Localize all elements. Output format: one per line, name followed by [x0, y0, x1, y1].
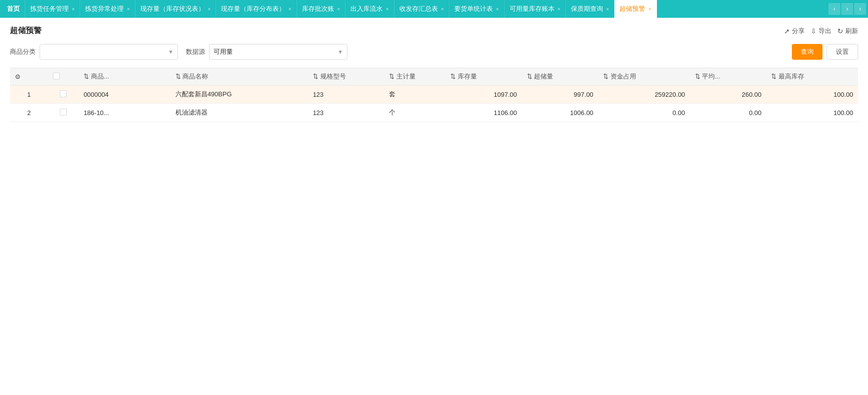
row-spec: 123 [308, 104, 385, 122]
tab-close-icon[interactable]: × [648, 6, 651, 12]
nav-tab-2[interactable]: 拣货异常处理 × [80, 0, 135, 18]
chevron-down-icon: ▼ [338, 49, 343, 55]
col-label: 超储量 [534, 73, 553, 80]
col-header-unit[interactable]: ⇅ 主计量 [384, 68, 445, 85]
export-icon: ⇩ [811, 27, 817, 35]
row-checkbox[interactable] [60, 90, 67, 97]
row-max-stock: 100.00 [766, 104, 858, 122]
nav-tab-1[interactable]: 拣货任务管理 × [25, 0, 80, 18]
col-label: 平均... [702, 73, 720, 80]
table-row: 2 186-10... 机油滤清器 123 个 1106.00 1006.00 … [10, 104, 858, 122]
col-label: 主计量 [396, 73, 416, 80]
sort-icon: ⇅ [450, 73, 456, 80]
home-label: 首页 [7, 4, 20, 13]
col-header-checkbox[interactable] [48, 68, 79, 85]
col-header-over-storage[interactable]: ⇅ 超储量 [522, 68, 599, 85]
nav-tab-7[interactable]: 收发存汇总表 × [394, 0, 449, 18]
row-unit: 套 [384, 85, 445, 104]
nav-tab-10[interactable]: 保质期查询 × [566, 0, 614, 18]
nav-tab-11[interactable]: 超储预警 × [614, 0, 656, 18]
nav-prev-button[interactable]: ‹ [828, 3, 840, 15]
tab-label: 保质期查询 [571, 4, 603, 13]
gear-icon[interactable]: ⚙ [15, 73, 21, 80]
tab-close-icon[interactable]: × [208, 6, 211, 12]
nav-next-button[interactable]: › [841, 3, 853, 15]
tab-label: 库存批次账 [302, 4, 334, 13]
top-navigation: 首页 拣货任务管理 × 拣货异常处理 × 现存量（库存状况表） × 现存量（库存… [0, 0, 868, 18]
row-checkbox-cell [48, 85, 79, 104]
nav-tab-4[interactable]: 现存量（库存分布表） × [216, 0, 297, 18]
row-product-code: 186-10... [79, 104, 171, 122]
tab-close-icon[interactable]: × [386, 6, 389, 12]
row-spec: 123 [308, 85, 385, 104]
query-button[interactable]: 查询 [792, 44, 823, 60]
sort-icon: ⇅ [313, 73, 318, 80]
tab-label: 可用量库存账本 [510, 4, 555, 13]
col-header-gear[interactable]: ⚙ [10, 68, 48, 85]
row-checkbox[interactable] [60, 109, 67, 116]
data-source-select[interactable]: 可用量 ▼ [209, 44, 347, 60]
row-avg: 0.00 [690, 104, 767, 122]
export-label: 导出 [819, 27, 831, 36]
tab-label: 拣货任务管理 [30, 4, 69, 13]
col-header-max-stock[interactable]: ⇅ 最高库存 [766, 68, 858, 85]
col-header-product-name[interactable]: ⇅ 商品名称 [171, 68, 308, 85]
share-label: 分享 [792, 27, 805, 36]
sort-icon: ⇅ [175, 73, 181, 80]
export-button[interactable]: ⇩ 导出 [811, 27, 831, 36]
tab-close-icon[interactable]: × [441, 6, 444, 12]
nav-tab-6[interactable]: 出入库流水 × [346, 0, 394, 18]
col-label: 商品... [91, 73, 109, 80]
refresh-icon: ↻ [837, 27, 843, 35]
nav-tab-3[interactable]: 现存量（库存状况表） × [135, 0, 216, 18]
tab-close-icon[interactable]: × [72, 6, 75, 12]
share-icon: ➚ [784, 27, 790, 35]
nav-tab-9[interactable]: 可用量库存账本 × [505, 0, 566, 18]
nav-tab-5[interactable]: 库存批次账 × [297, 0, 346, 18]
col-header-capital[interactable]: ⇅ 资金占用 [598, 68, 690, 85]
tab-label: 拣货异常处理 [85, 4, 124, 13]
settings-button[interactable]: 设置 [826, 44, 858, 60]
nav-home[interactable]: 首页 [2, 0, 25, 18]
row-avg: 260.00 [690, 85, 767, 104]
tab-close-icon[interactable]: × [606, 6, 609, 12]
tab-close-icon[interactable]: × [127, 6, 130, 12]
tab-label: 现存量（库存分布表） [221, 4, 285, 13]
table-row: 1 0000004 六配套新昌490BPG 123 套 1097.00 997.… [10, 85, 858, 104]
chevron-down-icon: ▼ [168, 49, 174, 55]
tab-close-icon[interactable]: × [558, 6, 561, 12]
col-header-spec[interactable]: ⇅ 规格型号 [308, 68, 385, 85]
table-header-row: ⚙ ⇅ 商品... ⇅ 商品名称 ⇅ 规格型号 ⇅ [10, 68, 858, 85]
tab-close-icon[interactable]: × [496, 6, 499, 12]
col-header-avg[interactable]: ⇅ 平均... [690, 68, 767, 85]
row-stock: 1097.00 [445, 85, 522, 104]
nav-tab-8[interactable]: 要货单统计表 × [449, 0, 504, 18]
col-label: 库存量 [458, 73, 477, 80]
refresh-label: 刷新 [845, 27, 858, 36]
row-unit: 个 [384, 104, 445, 122]
product-category-select[interactable]: ▼ [40, 44, 178, 60]
row-product-name: 六配套新昌490BPG [171, 85, 308, 104]
col-label: 资金占用 [610, 73, 636, 80]
tab-label: 出入库流水 [350, 4, 383, 13]
col-header-product-code[interactable]: ⇅ 商品... [79, 68, 171, 85]
col-label: 最高库存 [779, 73, 804, 80]
tab-label: 收发存汇总表 [399, 4, 438, 13]
data-source-label: 数据源 [186, 47, 205, 56]
select-all-checkbox[interactable] [53, 73, 60, 79]
col-label: 规格型号 [320, 73, 346, 80]
tab-close-icon[interactable]: × [288, 6, 291, 12]
refresh-button[interactable]: ↻ 刷新 [837, 27, 858, 36]
sort-icon: ⇅ [389, 73, 394, 80]
nav-scroll-arrows: ‹ › › [828, 3, 866, 15]
nav-expand-button[interactable]: › [854, 3, 866, 15]
sort-icon: ⇅ [603, 73, 608, 80]
sort-icon: ⇅ [84, 73, 89, 80]
filter-product-category: 商品分类 ▼ [10, 44, 178, 60]
row-checkbox-cell [48, 104, 79, 122]
sort-icon: ⇅ [695, 73, 700, 80]
col-header-stock[interactable]: ⇅ 库存量 [445, 68, 522, 85]
share-button[interactable]: ➚ 分享 [784, 27, 805, 36]
tab-close-icon[interactable]: × [337, 6, 340, 12]
sort-icon: ⇅ [527, 73, 532, 80]
